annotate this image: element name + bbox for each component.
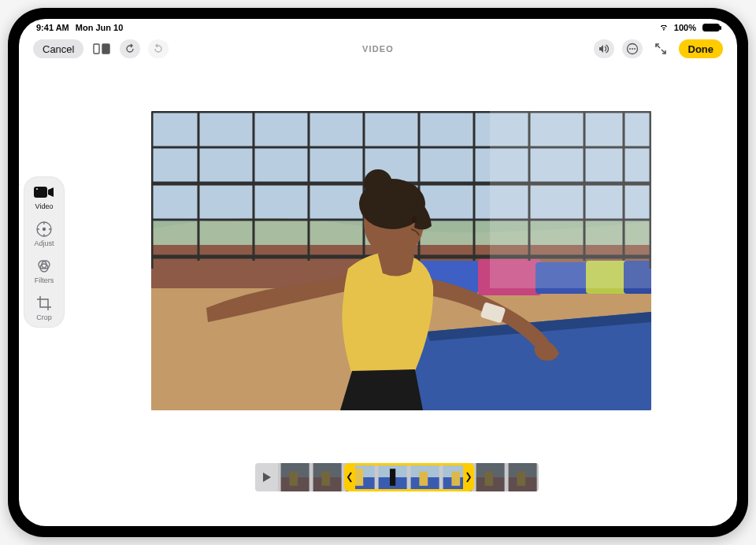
tool-label: Crop xyxy=(36,313,52,321)
trim-handle-start[interactable] xyxy=(344,465,355,489)
fullscreen-button[interactable] xyxy=(650,39,671,58)
trim-handle-end[interactable] xyxy=(463,465,474,489)
done-button[interactable]: Done xyxy=(679,39,724,58)
svg-rect-6 xyxy=(34,187,47,198)
status-time: 9:41 AM xyxy=(36,23,69,32)
svg-rect-58 xyxy=(390,469,395,486)
svg-point-5 xyxy=(634,48,636,50)
video-icon xyxy=(34,184,54,200)
redo-button[interactable] xyxy=(148,39,169,58)
ipad-frame: 9:41 AM Mon Jun 10 100% Cancel xyxy=(8,8,748,537)
tool-crop[interactable]: Crop xyxy=(34,295,54,321)
timeline-frame xyxy=(311,463,343,491)
editor-toolbar: Cancel VIDEO xyxy=(19,36,737,61)
wifi-icon xyxy=(658,23,669,32)
play-button[interactable] xyxy=(255,463,279,491)
timeline-frame xyxy=(474,463,506,491)
svg-rect-67 xyxy=(484,472,493,486)
active-indicator xyxy=(19,181,20,187)
svg-rect-1 xyxy=(102,44,109,54)
edit-mode-rail: Video Adjust Filters xyxy=(24,176,65,328)
svg-rect-61 xyxy=(419,472,428,486)
tool-video[interactable]: Video xyxy=(34,184,54,210)
filters-icon xyxy=(34,258,54,274)
svg-rect-49 xyxy=(289,472,298,486)
video-preview[interactable] xyxy=(151,111,651,410)
tool-adjust[interactable]: Adjust xyxy=(34,221,54,247)
status-bar: 9:41 AM Mon Jun 10 100% xyxy=(19,19,737,36)
timeline-frame xyxy=(506,463,539,491)
adjust-icon xyxy=(34,221,54,237)
tool-filters[interactable]: Filters xyxy=(34,258,54,284)
media-type-label: VIDEO xyxy=(362,44,394,54)
status-date: Mon Jun 10 xyxy=(76,23,124,32)
svg-rect-55 xyxy=(354,469,363,486)
tool-label: Video xyxy=(35,202,54,210)
svg-point-4 xyxy=(632,48,633,50)
svg-point-46 xyxy=(412,217,417,223)
tool-label: Adjust xyxy=(34,239,54,247)
more-button[interactable] xyxy=(622,39,643,58)
undo-button[interactable] xyxy=(120,39,140,58)
battery-icon xyxy=(702,24,720,32)
timeline-strip[interactable] xyxy=(279,463,539,491)
volume-button[interactable] xyxy=(594,39,614,58)
tool-label: Filters xyxy=(35,276,54,284)
svg-point-7 xyxy=(36,188,38,190)
svg-rect-70 xyxy=(517,472,525,486)
svg-point-3 xyxy=(629,48,631,50)
svg-point-45 xyxy=(364,169,392,198)
svg-rect-0 xyxy=(94,44,99,54)
timeline-frame xyxy=(279,463,311,491)
video-scrubber xyxy=(255,463,539,491)
timeline-frame xyxy=(376,463,409,491)
cancel-button[interactable]: Cancel xyxy=(33,39,83,58)
svg-point-9 xyxy=(43,228,46,231)
svg-rect-64 xyxy=(452,472,461,486)
screen: 9:41 AM Mon Jun 10 100% Cancel xyxy=(19,19,737,526)
timeline-frame xyxy=(409,463,441,491)
svg-rect-52 xyxy=(322,472,331,486)
crop-icon xyxy=(34,295,54,311)
svg-rect-41 xyxy=(490,111,651,288)
aspect-toggle-button[interactable] xyxy=(91,39,112,58)
battery-percent: 100% xyxy=(674,23,696,32)
